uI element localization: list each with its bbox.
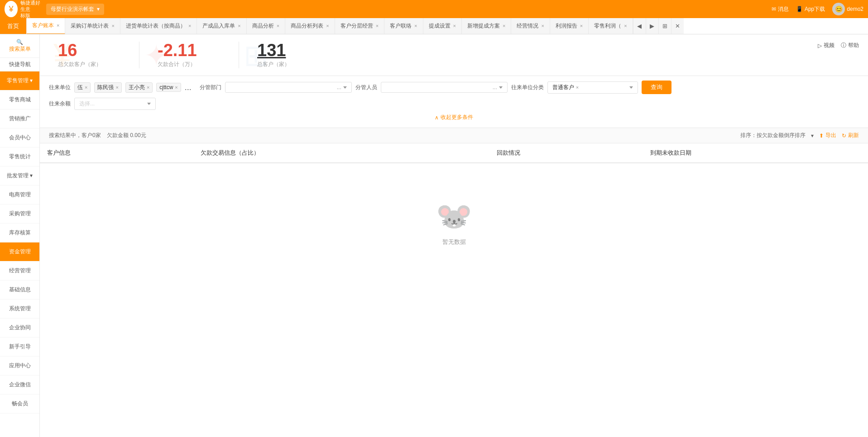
tab-close-icon[interactable]: × (326, 24, 329, 28)
sidebar-item-guide[interactable]: 新手引导 (0, 337, 39, 356)
video-label: 视频 (824, 42, 834, 49)
workspace-selector[interactable]: 母婴行业演示帐套 ▾ (46, 4, 104, 15)
tab-purchase-order[interactable]: 采购订单统计表 × (65, 18, 120, 34)
refresh-label: 刷新 (848, 132, 859, 139)
sidebar-item-retail-mall[interactable]: 零售商城 (0, 90, 39, 109)
tab-close-icon[interactable]: × (111, 24, 114, 28)
export-button[interactable]: ⬆ 导出 (819, 132, 836, 139)
tag-close-icon[interactable]: × (576, 85, 579, 90)
table-header-row: 客户信息 欠款交易信息（占比） 回款情况 到期未收款日期 (40, 143, 868, 163)
tag-close-icon[interactable]: × (85, 85, 87, 90)
sidebar-item-inventory[interactable]: 库存核算 (0, 223, 39, 242)
filter-tag-wu: 伍 × (74, 82, 91, 93)
sidebar-item-ecommerce[interactable]: 电商管理 (0, 185, 39, 204)
sidebar-item-finance[interactable]: 资金管理 (0, 242, 39, 261)
tab-home-label: 首页 (7, 22, 19, 30)
stats-bar: ¥ 16 总欠款客户（家） ✦ -2.11 欠款合计（万） ⊞ 131 总客 (40, 34, 868, 76)
category-select[interactable]: 普通客户 × (547, 81, 638, 94)
tag-close-icon[interactable]: × (147, 85, 149, 90)
message-button[interactable]: ✉ 消息 (772, 5, 789, 13)
tab-prev-button[interactable]: ◀ (633, 18, 646, 34)
app-download-button[interactable]: 📱 App下载 (796, 5, 825, 13)
sidebar-item-purchase[interactable]: 采购管理 (0, 204, 39, 223)
tab-close-icon[interactable]: × (376, 24, 379, 28)
sidebar-item-label: 采购管理 (9, 210, 31, 217)
dept-select[interactable]: ... (225, 82, 352, 93)
tab-close-icon[interactable]: × (238, 24, 240, 28)
sidebar-item-label: 新手引导 (9, 343, 31, 350)
sidebar-item-operation[interactable]: 经营管理 (0, 261, 39, 280)
tab-label: 采购订单统计表 (71, 22, 109, 30)
nav-label: 快捷导航 (9, 61, 31, 67)
tab-close-icon[interactable]: × (453, 24, 456, 28)
sidebar-item-system[interactable]: 系统管理 (0, 299, 39, 318)
tab-close-icon[interactable]: × (414, 24, 417, 28)
query-button[interactable]: 查询 (642, 81, 671, 94)
logo-icon: ¥ (5, 1, 18, 17)
tab-retail-profit[interactable]: 零售利润（ × (589, 18, 633, 34)
tab-close-all-button[interactable]: ✕ (671, 18, 684, 34)
tab-close-icon[interactable]: × (57, 23, 59, 28)
col-overdue-date: 到期未收款日期 (643, 143, 868, 163)
tab-product-analysis[interactable]: 商品分析 × (247, 18, 285, 34)
category-tag: 普通客户 × (552, 84, 579, 91)
tab-close-icon[interactable]: × (503, 24, 505, 28)
chevron-up-icon: ∧ (435, 114, 439, 121)
tab-close-icon[interactable]: × (188, 24, 191, 28)
sidebar-item-retail-stat[interactable]: 零售统计 (0, 147, 39, 166)
user-avatar[interactable]: 😊 demo2 (832, 3, 863, 15)
tab-expand-button[interactable]: ⊞ (658, 18, 671, 34)
tab-close-icon[interactable]: × (624, 24, 627, 28)
sidebar-item-wechat[interactable]: 企业微信 (0, 375, 39, 394)
result-summary: 搜索结果中，客户0家 欠款金额 0.00元 (49, 132, 146, 139)
refresh-button[interactable]: ↻ 刷新 (842, 132, 859, 139)
tab-home[interactable]: 首页 (0, 18, 27, 34)
sidebar-item-label: 会员中心 (9, 134, 31, 141)
tab-new-commission[interactable]: 新增提成方案 × (462, 18, 511, 34)
sidebar-item-enterprise[interactable]: 企业协同 (0, 318, 39, 337)
tab-customer-contact[interactable]: 客户联络 × (384, 18, 423, 34)
tab-close-icon[interactable]: × (277, 24, 279, 28)
tab-label: 客户分层经营 (340, 22, 373, 30)
sidebar-item-label: 应用中心 (9, 362, 31, 369)
sidebar-item-marketing[interactable]: 营销推广 (0, 109, 39, 128)
dept-filter-label: 分管部门 (200, 84, 221, 91)
video-icon: ▷ (818, 43, 822, 49)
sidebar-item-wholesale[interactable]: 批发管理 ▾ (0, 166, 39, 185)
tab-commission-setting[interactable]: 提成设置 × (423, 18, 462, 34)
tab-customer-account[interactable]: 客户账本 × (27, 18, 65, 34)
balance-select[interactable]: 选择... (74, 98, 156, 110)
sidebar-quick-nav[interactable]: 快捷导航 (0, 58, 39, 71)
filter-tag-cjttcw: cjttcw × (156, 83, 181, 92)
tab-product-analysis-list[interactable]: 商品分析列表 × (285, 18, 335, 34)
tab-close-icon[interactable]: × (541, 24, 544, 28)
avatar: 😊 (832, 3, 845, 15)
sidebar-item-member2[interactable]: 畅会员 (0, 394, 39, 413)
tab-profit-report[interactable]: 利润报告 × (550, 18, 589, 34)
sidebar-item-member[interactable]: 会员中心 (0, 128, 39, 147)
tab-purchase-stat[interactable]: 进货单统计表（按商品） × (120, 18, 197, 34)
help-button[interactable]: ⓘ 帮助 (841, 42, 859, 49)
help-label: 帮助 (848, 42, 859, 49)
person-select[interactable]: ... (381, 82, 508, 93)
tab-customer-layer[interactable]: 客户分层经营 × (335, 18, 384, 34)
tab-close-icon[interactable]: × (580, 24, 583, 28)
tab-operation[interactable]: 经营情况 × (511, 18, 550, 34)
sidebar-item-basic-info[interactable]: 基础信息 (0, 280, 39, 299)
sidebar-item-app-center[interactable]: 应用中心 (0, 356, 39, 375)
tag-close-icon[interactable]: × (175, 85, 177, 90)
tab-label: 利润报告 (556, 22, 577, 30)
sidebar-search[interactable]: 🔍 搜索菜单 (0, 34, 39, 58)
sidebar-item-label: 经营管理 (9, 267, 31, 274)
category-arrow-icon (629, 86, 633, 89)
filter-more-button[interactable]: ... (185, 83, 192, 92)
tag-close-icon[interactable]: × (115, 85, 118, 90)
collapse-button[interactable]: ∧ 收起更多条件 (435, 114, 473, 121)
logo: ¥ 畅捷通好生意 标版 (5, 0, 44, 19)
person-filter-label: 分管人员 (355, 84, 377, 91)
sidebar-item-retail[interactable]: 零售管理 ▾ (0, 71, 39, 90)
tab-product-in[interactable]: 产成品入库单 × (197, 18, 246, 34)
tab-next-button[interactable]: ▶ (646, 18, 658, 34)
video-button[interactable]: ▷ 视频 (818, 42, 834, 49)
tab-label: 商品分析列表 (291, 22, 323, 30)
